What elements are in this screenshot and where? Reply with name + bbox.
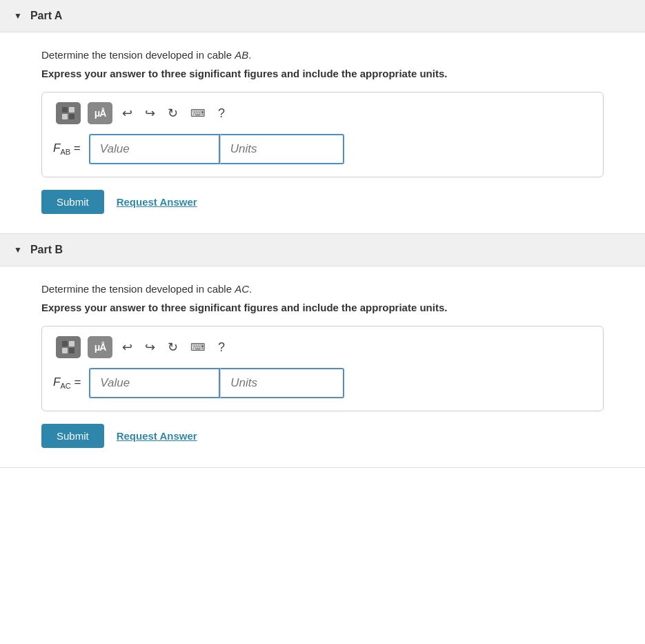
description-part-a: Determine the tension developed in cable… [41, 49, 604, 61]
redo-button-part-b[interactable]: ↪ [142, 338, 158, 356]
part-title-part-b: Part B [30, 244, 63, 256]
part-header-part-b: ▼ Part B [0, 234, 645, 266]
submit-button-part-a[interactable]: Submit [41, 190, 104, 214]
request-answer-button-part-a[interactable]: Request Answer [117, 196, 197, 208]
part-section-part-b: ▼ Part B Determine the tension developed… [0, 234, 645, 468]
chevron-icon-part-b[interactable]: ▼ [14, 245, 22, 255]
mu-button-part-b[interactable]: μÅ [88, 336, 112, 358]
undo-button-part-b[interactable]: ↩ [119, 338, 135, 356]
mu-button-part-a[interactable]: μÅ [88, 102, 112, 124]
part-title-part-a: Part A [30, 10, 63, 22]
help-button-part-b[interactable]: ? [215, 339, 228, 356]
grid-button-part-a[interactable] [56, 102, 81, 124]
refresh-button-part-a[interactable]: ↻ [165, 104, 181, 122]
units-input-part-b[interactable] [220, 368, 344, 398]
units-input-part-a[interactable] [220, 134, 344, 164]
part-content-part-a: Determine the tension developed in cable… [0, 32, 645, 233]
keyboard-button-part-b[interactable]: ⌨ [188, 340, 208, 355]
input-label-part-b: FAC = [53, 375, 81, 390]
toolbar-part-b: μÅ ↩ ↪ ↻ ⌨ ? [53, 336, 592, 358]
action-row-part-a: Submit Request Answer [41, 190, 604, 214]
input-row-part-b: FAC = [53, 368, 592, 398]
refresh-button-part-b[interactable]: ↻ [165, 338, 181, 356]
instruction-part-a: Express your answer to three significant… [41, 68, 604, 79]
part-section-part-a: ▼ Part A Determine the tension developed… [0, 0, 645, 234]
keyboard-button-part-a[interactable]: ⌨ [188, 106, 208, 121]
chevron-icon-part-a[interactable]: ▼ [14, 11, 22, 21]
request-answer-button-part-b[interactable]: Request Answer [117, 430, 197, 442]
toolbar-part-a: μÅ ↩ ↪ ↻ ⌨ ? [53, 102, 592, 124]
input-row-part-a: FAB = [53, 134, 592, 164]
action-row-part-b: Submit Request Answer [41, 424, 604, 448]
redo-button-part-a[interactable]: ↪ [142, 104, 158, 122]
grid-button-part-b[interactable] [56, 336, 81, 358]
value-input-part-a[interactable] [89, 134, 220, 164]
description-part-b: Determine the tension developed in cable… [41, 283, 604, 295]
value-input-part-b[interactable] [89, 368, 220, 398]
part-content-part-b: Determine the tension developed in cable… [0, 266, 645, 467]
part-header-part-a: ▼ Part A [0, 0, 645, 32]
submit-button-part-b[interactable]: Submit [41, 424, 104, 448]
answer-box-part-b: μÅ ↩ ↪ ↻ ⌨ ? FAC = [41, 326, 604, 411]
help-button-part-a[interactable]: ? [215, 105, 228, 122]
answer-box-part-a: μÅ ↩ ↪ ↻ ⌨ ? FAB = [41, 92, 604, 177]
instruction-part-b: Express your answer to three significant… [41, 302, 604, 313]
input-label-part-a: FAB = [53, 142, 81, 156]
undo-button-part-a[interactable]: ↩ [119, 104, 135, 122]
